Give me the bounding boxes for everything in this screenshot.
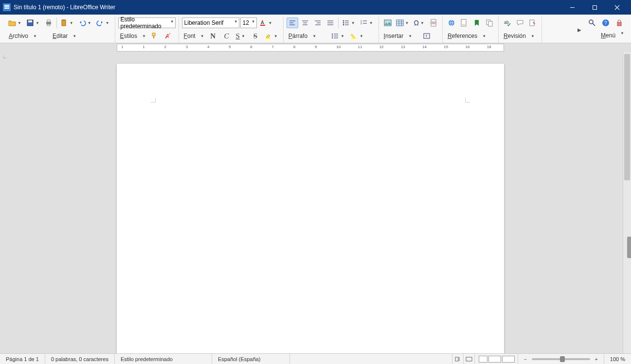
paste-button[interactable]: ▼ [59, 17, 76, 28]
references-menu[interactable]: References [446, 32, 479, 40]
align-left-button[interactable] [287, 17, 298, 28]
ruler-number: 5 [229, 45, 231, 49]
toolbar: ▼ ▼ ▼ ▼ ▼ Archivo▼ Editar▼ Estilo predet… [0, 15, 631, 43]
status-language[interactable]: Español (España) [212, 354, 290, 364]
insert-menu[interactable]: Insertar [382, 32, 406, 40]
window-maximize-button[interactable] [583, 0, 606, 15]
print-button[interactable] [43, 17, 54, 28]
status-page[interactable]: Página 1 de 1 [0, 354, 45, 364]
document-scroll-area[interactable] [10, 52, 623, 353]
toolbar-overflow-icon[interactable]: ▶ [577, 27, 581, 33]
font-menu[interactable]: Font [182, 32, 198, 40]
ruler-number: 2 [164, 45, 166, 49]
ruler-number: 6 [250, 45, 252, 49]
svg-rect-55 [461, 19, 466, 26]
find-replace-button[interactable] [586, 17, 598, 28]
svg-rect-8 [47, 24, 50, 26]
group-font: Liberation Serif▼ 12▼ A▼ Font▼ N C S▼ S … [179, 17, 284, 43]
insert-image-button[interactable] [382, 17, 394, 28]
zoom-slider-knob[interactable] [560, 356, 565, 362]
save-button[interactable]: ▼ [25, 17, 42, 28]
align-right-button[interactable] [312, 17, 324, 28]
ruler-number: 9 [315, 45, 317, 49]
svg-text:?: ? [604, 20, 607, 26]
ruler-number: 12 [379, 45, 384, 49]
readonly-button[interactable] [613, 17, 625, 28]
insert-footnote-button[interactable] [458, 17, 470, 28]
ruler-number: 15 [444, 45, 448, 49]
paragraph-bgcolor-button[interactable]: ▼ [349, 31, 366, 41]
menu-dropdown[interactable]: Menú [599, 31, 617, 40]
titlebar: Sin título 1 (remoto) - LibreOffice Writ… [0, 0, 631, 15]
paragraph-style-combo[interactable]: Estilo predeterminado▼ [118, 17, 176, 28]
sidebar-toggle-handle[interactable] [627, 237, 631, 258]
strikethrough-button[interactable]: S [250, 31, 261, 41]
status-insert-mode[interactable] [452, 354, 464, 364]
insert-crossref-button[interactable] [484, 17, 495, 28]
font-name-combo[interactable]: Liberation Serif▼ [182, 17, 239, 28]
group-insert: ▼ Ω▼ Insertar▼ T [379, 17, 443, 43]
italic-button[interactable]: C [221, 31, 233, 41]
ruler-number: 1 [143, 45, 144, 49]
vertical-scrollbar[interactable] [623, 52, 631, 353]
underline-button[interactable]: S▼ [234, 31, 248, 41]
redo-button[interactable]: ▼ [95, 17, 112, 28]
group-review: ab Revisión▼ [499, 17, 542, 43]
zoom-percent[interactable]: 100 % [604, 354, 631, 364]
styles-menu[interactable]: Estilos [118, 32, 139, 40]
line-spacing-button[interactable]: ▼ [330, 31, 347, 41]
align-center-button[interactable] [299, 17, 311, 28]
zoom-slider[interactable] [532, 358, 590, 360]
bullet-list-button[interactable]: ▼ [341, 17, 358, 28]
align-justify-button[interactable] [325, 17, 336, 28]
scrollbar-thumb[interactable] [624, 54, 630, 180]
group-paragraph: ▼ 12▼ Párrafo▼ ▼ ▼ [284, 17, 379, 43]
ruler-number: 14 [422, 45, 427, 49]
highlight-button[interactable]: ▼ [263, 31, 280, 41]
clone-formatting-button[interactable] [149, 31, 161, 41]
view-book-button[interactable] [502, 356, 515, 363]
number-list-button[interactable]: 12▼ [359, 17, 376, 28]
group-file: ▼ ▼ ▼ ▼ ▼ Archivo▼ Editar▼ [4, 17, 115, 43]
window-close-button[interactable] [606, 0, 628, 15]
font-color-button[interactable]: A▼ [258, 17, 275, 28]
clear-formatting-button[interactable]: A [162, 31, 174, 41]
insert-symbol-button[interactable]: Ω▼ [413, 17, 427, 28]
svg-line-62 [593, 23, 595, 26]
insert-comment-button[interactable] [514, 17, 526, 28]
status-style[interactable]: Estilo predeterminado [115, 354, 212, 364]
ruler-row: 11234567891011121314151618 [0, 43, 631, 52]
zoom-out-button[interactable]: − [522, 356, 529, 362]
zoom-in-button[interactable]: + [593, 356, 600, 362]
undo-button[interactable]: ▼ [77, 17, 94, 28]
document-page[interactable] [117, 64, 504, 353]
view-multi-page-button[interactable] [488, 356, 501, 363]
view-mode-buttons [475, 354, 518, 364]
paragraph-menu[interactable]: Párrafo [287, 32, 309, 40]
insert-pagebreak-button[interactable] [428, 17, 439, 28]
group-references: References▼ [443, 17, 499, 43]
svg-rect-41 [351, 38, 356, 39]
status-selection-mode[interactable] [464, 354, 475, 364]
status-wordcount[interactable]: 0 palabras, 0 caracteres [45, 354, 115, 364]
open-button[interactable]: ▼ [7, 17, 24, 28]
bold-button[interactable]: N [207, 31, 219, 41]
file-menu[interactable]: Archivo [7, 32, 30, 40]
ruler-number: 11 [358, 45, 362, 49]
review-menu[interactable]: Revisión [502, 32, 528, 40]
font-size-combo[interactable]: 12▼ [240, 17, 257, 28]
spellcheck-button[interactable]: ab [502, 17, 513, 28]
insert-textbox-button[interactable]: T [421, 31, 433, 41]
horizontal-ruler[interactable]: 11234567891011121314151618 [117, 44, 504, 52]
insert-bookmark-button[interactable] [471, 17, 483, 28]
window-title: Sin título 1 (remoto) - LibreOffice Writ… [14, 4, 561, 11]
svg-rect-15 [266, 38, 270, 39]
view-single-page-button[interactable] [479, 356, 487, 363]
window-minimize-button[interactable] [561, 0, 583, 15]
track-changes-button[interactable] [527, 17, 539, 28]
edit-menu[interactable]: Editar [51, 32, 70, 40]
insert-table-button[interactable]: ▼ [395, 17, 412, 28]
help-button[interactable]: ? [600, 17, 612, 28]
svg-rect-68 [466, 357, 472, 361]
insert-hyperlink-button[interactable] [446, 17, 457, 28]
